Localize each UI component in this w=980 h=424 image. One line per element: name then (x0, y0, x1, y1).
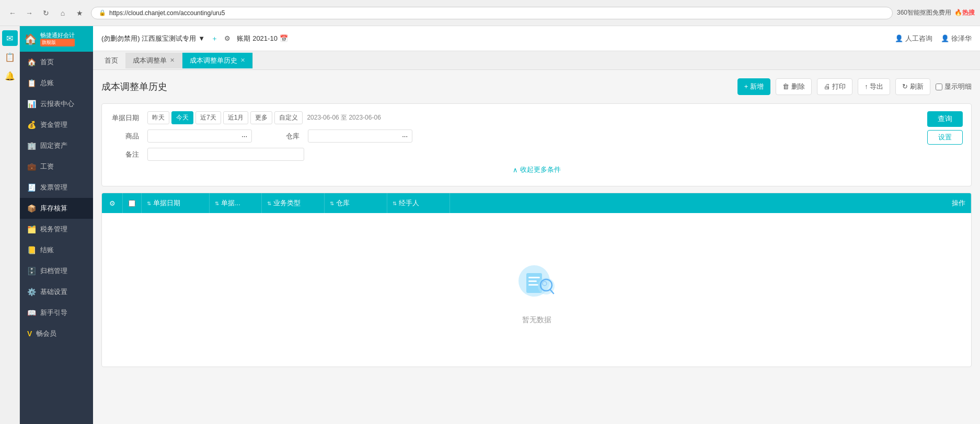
sidebar-item-home[interactable]: 🏠 首页 (20, 52, 93, 73)
sidebar-item-archive[interactable]: 🗄️ 归档管理 (20, 261, 93, 281)
th-date-label: 单据日期 (153, 198, 180, 208)
browser-chrome: ← → ↻ ⌂ ★ 🔒 https://cloud.chanjet.com/ac… (0, 0, 980, 26)
sidebar-logo[interactable]: 🏠 畅捷通好会计 旗舰版 (20, 26, 93, 52)
collapse-button[interactable]: ∧ 收起更多条件 (513, 165, 561, 174)
th-date[interactable]: ⇅ 单据日期 (142, 193, 210, 213)
url-bar[interactable]: 🔒 https://cloud.chanjet.com/accounting/u… (91, 7, 893, 19)
browser-action-buttons: 360智能抠图免费用 🔥热搜 (897, 8, 975, 17)
settings-cog-icon[interactable]: ⚙ (224, 34, 230, 42)
icon-bar-item-2[interactable]: 📋 (2, 49, 18, 65)
company-selector[interactable]: (勿删勿禁用) 江西服宝测试专用 ▼ (101, 34, 205, 43)
sidebar-item-assets[interactable]: 🏢 固定资产 (20, 135, 93, 156)
show-detail-checkbox[interactable] (936, 84, 942, 90)
refresh-button[interactable]: ↻ (39, 6, 53, 20)
sidebar-item-funds[interactable]: 💰 资金管理 (20, 114, 93, 135)
goods-label: 商品 (110, 132, 139, 141)
goods-selector[interactable]: ··· (147, 129, 252, 143)
browser-nav-buttons: ← → ↻ ⌂ ★ (5, 6, 87, 20)
th-doc[interactable]: ⇅ 单据... (210, 193, 262, 213)
date-btn-7days[interactable]: 近7天 (195, 111, 221, 124)
home-button[interactable]: ⌂ (55, 6, 70, 20)
tab-home[interactable]: 首页 (97, 53, 125, 68)
sidebar-item-vip[interactable]: V 畅会员 (20, 323, 93, 344)
forward-button[interactable]: → (22, 6, 37, 20)
warehouse-dots: ··· (402, 132, 408, 140)
add-button[interactable]: + 新增 (737, 78, 770, 95)
export-button[interactable]: ↑ 导出 (858, 78, 890, 95)
sidebar-item-salary[interactable]: 💼 工资 (20, 156, 93, 177)
sidebar-label-inventory: 库存核算 (40, 204, 67, 213)
filter-setting-button[interactable]: 设置 (927, 130, 963, 145)
sidebar-item-checkout[interactable]: 📒 结账 (20, 240, 93, 261)
date-btn-yesterday[interactable]: 昨天 (147, 111, 169, 124)
th-biz[interactable]: ⇅ 业务类型 (262, 193, 325, 213)
th-warehouse[interactable]: ⇅ 仓库 (325, 193, 387, 213)
sort-up-icon-biz: ⇅ (267, 201, 271, 206)
sidebar-label-invoice: 发票管理 (40, 183, 67, 192)
vip-icon: V (27, 329, 32, 338)
user-service[interactable]: 👤 人工咨询 (895, 34, 932, 43)
date-label: 单据日期 (110, 113, 139, 123)
delete-button[interactable]: 🗑 删除 (776, 78, 812, 95)
query-button[interactable]: 查询 (927, 111, 963, 127)
sidebar-item-settings[interactable]: ⚙️ 基础设置 (20, 281, 93, 302)
collapse-arrow-icon: ∧ (513, 166, 518, 174)
table-select-all-checkbox[interactable] (129, 200, 135, 207)
sidebar-item-invoice[interactable]: 🧾 发票管理 (20, 177, 93, 198)
sidebar-item-inventory[interactable]: 📦 库存核算 (20, 198, 93, 219)
hot-label: 🔥热搜 (954, 8, 975, 17)
app-container: ✉ 📋 🔔 🏠 畅捷通好会计 旗舰版 🏠 首页 📋 总账 📊 云报表中心 (0, 26, 980, 424)
sidebar-label-salary: 工资 (40, 162, 54, 171)
date-btn-1month[interactable]: 近1月 (223, 111, 249, 124)
left-icon-bar: ✉ 📋 🔔 (0, 26, 20, 424)
add-company-btn[interactable]: ＋ (211, 34, 218, 43)
sidebar-item-reports[interactable]: 📊 云报表中心 (20, 93, 93, 114)
sidebar-label-settings: 基础设置 (40, 287, 67, 297)
company-name: (勿删勿禁用) 江西服宝测试专用 (101, 34, 196, 43)
tab-cost-adjust[interactable]: 成本调整单 ✕ (125, 53, 182, 68)
user-name[interactable]: 👤 徐泽华 (941, 34, 972, 43)
icon-bar-item-1[interactable]: ✉ (2, 30, 18, 46)
funds-icon: 💰 (27, 121, 36, 129)
th-warehouse-label: 仓库 (336, 198, 350, 208)
show-detail-label[interactable]: 显示明细 (936, 82, 972, 91)
page-content: 成本调整单历史 + 新增 🗑 删除 🖨 打印 ↑ 导出 ↻ 刷新 显示明细 (93, 70, 980, 424)
checkout-icon: 📒 (27, 246, 36, 254)
date-btn-today[interactable]: 今天 (171, 111, 193, 124)
star-button[interactable]: ★ (72, 6, 87, 20)
calendar-icon[interactable]: 📅 (280, 34, 288, 42)
empty-state-icon (511, 255, 563, 307)
sort-up-icon-handler: ⇅ (393, 201, 397, 206)
period-label: 账期 (237, 34, 250, 43)
th-handler[interactable]: ⇅ 经手人 (387, 193, 450, 213)
filter-section: 单据日期 昨天 今天 近7天 近1月 更多 自定义 2023-06-06 至 2… (101, 103, 972, 186)
table-container: ⚙ ⇅ 单据日期 ⇅ 单据... ⇅ 业务类型 (101, 193, 972, 367)
sidebar-item-tax[interactable]: 🗂️ 税务管理 (20, 219, 93, 240)
date-btn-more[interactable]: 更多 (250, 111, 272, 124)
tab-cost-adjust-history-close[interactable]: ✕ (240, 57, 245, 64)
table-settings-icon: ⚙ (109, 199, 116, 207)
refresh-button[interactable]: ↻ 刷新 (895, 78, 930, 95)
remark-input[interactable] (147, 148, 304, 161)
icon-bar-item-3[interactable]: 🔔 (2, 68, 18, 84)
warehouse-selector[interactable]: ··· (308, 129, 412, 143)
th-checkbox[interactable] (123, 193, 142, 213)
collapse-label: 收起更多条件 (520, 165, 561, 174)
date-btn-custom[interactable]: 自定义 (274, 111, 303, 124)
back-button[interactable]: ← (5, 6, 20, 20)
home-icon: 🏠 (27, 58, 36, 66)
tab-cost-adjust-close[interactable]: ✕ (170, 57, 175, 64)
th-settings[interactable]: ⚙ (102, 193, 123, 213)
filter-right-actions: 查询 设置 (917, 111, 963, 145)
period-info: 账期 2021-10 📅 (237, 34, 288, 43)
top-bar-right: 👤 人工咨询 👤 徐泽华 (895, 34, 972, 43)
sidebar-item-ledger[interactable]: 📋 总账 (20, 73, 93, 93)
sidebar-label-home: 首页 (40, 57, 54, 67)
th-actions-label: 操作 (952, 198, 965, 208)
th-doc-label: 单据... (221, 198, 240, 208)
tab-cost-adjust-history[interactable]: 成本调整单历史 ✕ (182, 53, 253, 68)
date-quick-buttons: 昨天 今天 近7天 近1月 更多 自定义 2023-06-06 至 2023-0… (147, 111, 381, 124)
sidebar-item-guide[interactable]: 📖 新手引导 (20, 302, 93, 323)
lock-icon: 🔒 (99, 9, 106, 16)
print-button[interactable]: 🖨 打印 (817, 78, 853, 95)
